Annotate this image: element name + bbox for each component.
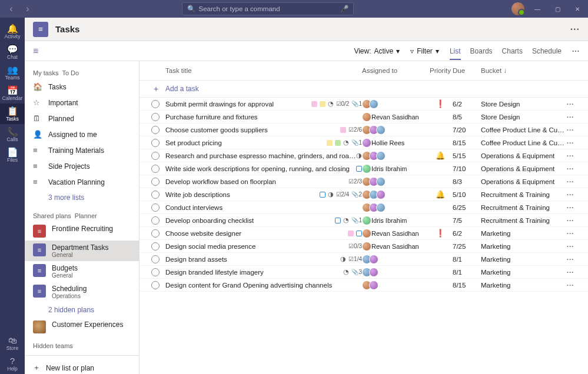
- mic-icon[interactable]: 🎤: [340, 5, 348, 13]
- task-row[interactable]: Research and purchase espresso machine, …: [139, 149, 588, 162]
- row-more-button[interactable]: ···: [564, 126, 576, 133]
- row-more-button[interactable]: ···: [564, 230, 576, 237]
- row-more-button[interactable]: ···: [564, 191, 576, 198]
- sidebar-item-tasks[interactable]: 🏠Tasks: [25, 79, 139, 95]
- complete-radio[interactable]: [151, 242, 160, 251]
- rail-item-tasks[interactable]: 📋Tasks: [0, 103, 25, 124]
- plan-department-tasks[interactable]: ≡Department TasksGeneral: [25, 241, 139, 261]
- sidebar-item-label: Planned: [48, 115, 74, 123]
- col-due[interactable]: Due: [453, 67, 481, 74]
- col-assigned[interactable]: Assigned to: [362, 67, 428, 74]
- hamburger-button[interactable]: ≡: [33, 46, 38, 56]
- rail-item-activity[interactable]: 🔔Activity: [0, 21, 25, 42]
- complete-radio[interactable]: [151, 203, 160, 212]
- task-row[interactable]: Design brand assets ◑☑1/4 8/1 Marketing …: [139, 253, 588, 266]
- row-more-button[interactable]: ···: [564, 269, 576, 276]
- view-dropdown[interactable]: View: Active ▾: [354, 47, 400, 55]
- toolbar-more-button[interactable]: ···: [572, 47, 580, 55]
- complete-radio[interactable]: [151, 216, 160, 225]
- tag-pink: [340, 127, 346, 133]
- complete-radio[interactable]: [151, 165, 160, 173]
- col-title[interactable]: Task title: [165, 67, 362, 74]
- filter-button[interactable]: ▿ Filter ▾: [410, 47, 439, 55]
- task-row[interactable]: Choose customer goods suppliers ☑2/6 7/2…: [139, 123, 588, 136]
- sidebar-item-assigned-to-me[interactable]: 👤Assigned to me: [25, 126, 139, 142]
- task-row[interactable]: Write side work descriptions for opening…: [139, 162, 588, 175]
- complete-radio[interactable]: [151, 139, 160, 147]
- sidebar-item-vacation-planning[interactable]: ≡Vacation Planning: [25, 174, 139, 190]
- col-bucket[interactable]: Bucket ↓: [481, 67, 564, 74]
- row-more-button[interactable]: ···: [564, 101, 576, 108]
- maximize-button[interactable]: ▢: [550, 2, 564, 16]
- task-row[interactable]: Design social media presence ☑0/3 Revan …: [139, 240, 588, 253]
- hidden-teams-label[interactable]: Hidden teams: [25, 336, 139, 355]
- rail-item-calendar[interactable]: 📅Calendar: [0, 83, 25, 103]
- due-date: 5/15: [453, 152, 481, 159]
- sidebar-item-planned[interactable]: 🗓Planned: [25, 111, 139, 126]
- rail-item-calls[interactable]: 📞Calls: [0, 124, 25, 145]
- complete-radio[interactable]: [151, 113, 160, 121]
- tab-list[interactable]: List: [450, 42, 461, 60]
- row-more-button[interactable]: ···: [564, 165, 576, 172]
- rail-item-teams[interactable]: 👥Teams: [0, 62, 25, 83]
- task-row[interactable]: Write job descriptions ◑☑2/4📎2 🔔 5/10 Re…: [139, 188, 588, 201]
- complete-radio[interactable]: [151, 152, 160, 160]
- priority-high-icon: ❗: [436, 229, 445, 238]
- bucket-name: Recruitment & Training: [481, 217, 564, 224]
- hidden-plans-link[interactable]: 2 hidden plans: [25, 302, 139, 318]
- task-row[interactable]: Choose website designer Revan Sasidhan ❗…: [139, 227, 588, 240]
- complete-radio[interactable]: [151, 100, 160, 108]
- rail-item-help[interactable]: ?Help: [0, 353, 25, 374]
- sidebar-item-side-projects[interactable]: ≡Side Projects: [25, 158, 139, 174]
- add-task-row[interactable]: + Add a task: [139, 81, 588, 98]
- rail-item-store[interactable]: 🛍Store: [0, 333, 25, 353]
- row-more-button[interactable]: ···: [564, 256, 576, 263]
- tab-boards[interactable]: Boards: [470, 42, 493, 60]
- row-more-button[interactable]: ···: [564, 217, 576, 224]
- col-priority[interactable]: Priority: [428, 67, 453, 74]
- new-list-button[interactable]: ＋ New list or plan: [25, 356, 139, 374]
- plan-budgets[interactable]: ≡BudgetsGeneral: [25, 261, 139, 282]
- header-more-button[interactable]: ···: [570, 24, 580, 35]
- complete-radio[interactable]: [151, 281, 160, 289]
- close-button[interactable]: ✕: [570, 2, 584, 16]
- row-more-button[interactable]: ···: [564, 113, 576, 121]
- complete-radio[interactable]: [151, 178, 160, 186]
- rail-item-chat[interactable]: 💬Chat: [0, 42, 25, 62]
- row-more-button[interactable]: ···: [564, 152, 576, 159]
- task-row[interactable]: Develop onboarding checklist ◔📎1 Idris I…: [139, 214, 588, 227]
- task-row[interactable]: Conduct interviews 6/25 Recruitment & Tr…: [139, 201, 588, 214]
- customer-experiences-item[interactable]: Customer Experiences: [25, 318, 139, 336]
- task-row[interactable]: Design branded lifestyle imagery ◔📎3 8/1…: [139, 266, 588, 279]
- sidebar-item-important[interactable]: ☆Important: [25, 95, 139, 111]
- row-more-button[interactable]: ···: [564, 139, 576, 146]
- more-lists-link[interactable]: 3 more lists: [25, 190, 139, 205]
- back-button[interactable]: ‹: [4, 1, 19, 16]
- complete-radio[interactable]: [151, 191, 160, 199]
- search-input[interactable]: 🔍 Search or type a command 🎤: [182, 2, 354, 15]
- my-tasks-group-label: My tasks: [33, 69, 58, 76]
- row-more-button[interactable]: ···: [564, 282, 576, 289]
- row-more-button[interactable]: ···: [564, 243, 576, 250]
- plan-frontline-recruiting[interactable]: ≡Frontline Recruiting: [25, 222, 139, 241]
- tab-schedule[interactable]: Schedule: [532, 42, 562, 60]
- bucket-name: Operations & Equipment: [481, 152, 564, 159]
- forward-button[interactable]: ›: [20, 1, 35, 16]
- complete-radio[interactable]: [151, 229, 160, 238]
- complete-radio[interactable]: [151, 255, 160, 263]
- task-row[interactable]: Develop workflow based on floorplan ☑2/3…: [139, 175, 588, 188]
- tab-charts[interactable]: Charts: [502, 42, 523, 60]
- plan-scheduling[interactable]: ≡SchedulingOperations: [25, 282, 139, 302]
- task-row[interactable]: Submit permit drawings for approval ◔☑0/…: [139, 98, 588, 111]
- row-more-button[interactable]: ···: [564, 178, 576, 185]
- complete-radio[interactable]: [151, 268, 160, 276]
- profile-avatar[interactable]: [511, 2, 524, 15]
- task-row[interactable]: Purchase furniture and fixtures Revan Sa…: [139, 111, 588, 123]
- rail-item-files[interactable]: 📄Files: [0, 145, 25, 165]
- complete-radio[interactable]: [151, 126, 160, 134]
- task-row[interactable]: Set product pricing ◔📎1 Hollie Rees 8/15…: [139, 136, 588, 149]
- task-row[interactable]: Design content for Grand Opening adverti…: [139, 279, 588, 292]
- sidebar-item-training-materials[interactable]: ≡Training Materials: [25, 142, 139, 158]
- minimize-button[interactable]: —: [530, 2, 544, 16]
- row-more-button[interactable]: ···: [564, 204, 576, 211]
